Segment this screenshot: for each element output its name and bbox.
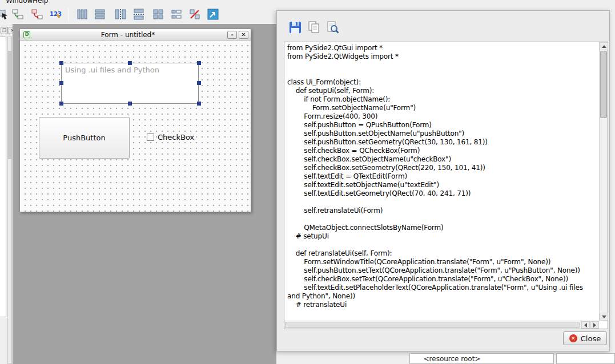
- code-line: Form.setObjectName(u"Form"): [287, 104, 598, 112]
- save-icon[interactable]: [288, 20, 303, 35]
- edit-tab-order-icon[interactable]: 123: [48, 7, 63, 22]
- form-canvas[interactable]: Using .ui files and Python PushButton Ch…: [20, 41, 251, 212]
- resource-root-label: <resource root>: [410, 354, 553, 363]
- form-close-button[interactable]: ✕: [239, 31, 248, 39]
- edit-signals-slots-icon[interactable]: [10, 7, 25, 22]
- code-line: self.textEdit.setObjectName(u"textEdit"): [287, 181, 598, 189]
- break-layout-icon[interactable]: [187, 7, 202, 22]
- adjust-size-icon[interactable]: [206, 7, 220, 22]
- code-line: self.checkBox = QCheckBox(Form): [287, 147, 598, 155]
- code-line: self.pushButton.setObjectName(u"pushButt…: [287, 130, 598, 138]
- widget-box-panel: [0, 37, 6, 317]
- code-line: self.checkBox.setGeometry(QRect(220, 150…: [287, 164, 598, 172]
- find-icon[interactable]: [325, 20, 340, 35]
- widget-box-scrollbar[interactable]: [7, 37, 12, 364]
- code-line: [287, 70, 598, 78]
- code-line: def retranslateUi(self, Form):: [287, 249, 598, 258]
- code-line: self.textEdit.setGeometry(QRect(70, 40, …: [287, 189, 598, 198]
- layout-form-icon[interactable]: [169, 7, 184, 22]
- code-line: Form.setWindowTitle(QCoreApplication.tra…: [287, 258, 598, 266]
- scroll-right-icon[interactable]: [590, 321, 599, 329]
- textedit-widget[interactable]: Using .ui files and Python: [61, 63, 199, 104]
- code-line: # setupUi: [287, 232, 598, 241]
- edit-buddies-icon[interactable]: [30, 7, 45, 22]
- code-content[interactable]: from PySide2.QtGui import *from PySide2.…: [284, 42, 599, 321]
- code-line: [287, 215, 598, 224]
- checkbox-widget[interactable]: CheckBox: [147, 133, 194, 141]
- scrollbar-thumb[interactable]: [8, 51, 11, 159]
- menu-bar: Window Help: [0, 0, 615, 5]
- main-toolbar: 123: [0, 5, 276, 24]
- code-line: self.checkBox.setText(QCoreApplication.t…: [287, 275, 598, 284]
- code-line: self.textEdit.setPlaceholderText(QCoreAp…: [287, 284, 598, 292]
- layout-grid-icon[interactable]: [151, 7, 166, 22]
- close-button[interactable]: ✕ Close: [563, 331, 607, 345]
- resource-preview-panel: [556, 353, 615, 364]
- qt-designer-window: Window Help 123: [0, 0, 615, 364]
- selection-handle[interactable]: [59, 102, 63, 106]
- selection-handle[interactable]: [128, 102, 132, 106]
- copy-icon[interactable]: [307, 20, 321, 35]
- code-line: Form.resize(400, 300): [287, 112, 598, 121]
- code-line: [287, 198, 598, 207]
- scrollbar-thumb[interactable]: [285, 322, 580, 328]
- pushbutton-label: PushButton: [63, 134, 105, 142]
- dock-float-button[interactable]: ❐: [1, 27, 8, 34]
- form-minimize-button[interactable]: -: [227, 31, 237, 39]
- code-line: [287, 241, 598, 249]
- selection-handle[interactable]: [197, 102, 201, 106]
- scroll-left-icon[interactable]: [581, 321, 590, 329]
- code-line: self.retranslateUi(Form): [287, 207, 598, 215]
- code-horizontal-scrollbar[interactable]: [284, 321, 599, 329]
- checkbox-indicator[interactable]: [147, 134, 154, 141]
- form-window-icon: D: [23, 31, 30, 38]
- close-red-icon: ✕: [569, 334, 577, 342]
- form-window-titlebar[interactable]: D Form - untitled* - ✕: [20, 29, 251, 41]
- scrollbar-thumb[interactable]: [600, 51, 607, 118]
- layout-horizontal-icon[interactable]: [75, 7, 90, 22]
- code-line: [287, 61, 598, 70]
- mdi-area: D Form - untitled* - ✕ Using .ui files a…: [13, 24, 276, 364]
- layout-vertical-splitter-icon[interactable]: [131, 7, 146, 22]
- selection-handle[interactable]: [197, 61, 201, 65]
- selection-handle[interactable]: [59, 81, 63, 85]
- menu-help[interactable]: Help: [33, 0, 48, 5]
- selection-handle[interactable]: [59, 61, 63, 65]
- selection-handle[interactable]: [197, 81, 201, 85]
- form-window-title: Form - untitled*: [30, 31, 226, 39]
- code-line: from PySide2.QtGui import *: [287, 44, 598, 52]
- textedit-placeholder: Using .ui files and Python: [65, 66, 159, 74]
- code-line: self.pushButton.setGeometry(QRect(30, 13…: [287, 138, 598, 147]
- code-line: self.pushButton.setText(QCoreApplication…: [287, 266, 598, 275]
- code-line: self.textEdit = QTextEdit(Form): [287, 172, 598, 181]
- code-line: QMetaObject.connectSlotsByName(Form): [287, 224, 598, 232]
- resource-browser-panel[interactable]: <resource root>: [409, 353, 554, 364]
- code-preview-dialog: from PySide2.QtGui import *from PySide2.…: [276, 10, 610, 351]
- edit-widgets-icon[interactable]: [0, 7, 10, 22]
- form-editor-window[interactable]: D Form - untitled* - ✕ Using .ui files a…: [19, 29, 251, 212]
- code-line: # retranslateUi: [287, 301, 598, 309]
- code-line: if not Form.objectName():: [287, 95, 598, 104]
- code-line: class Ui_Form(object):: [287, 78, 598, 87]
- code-line: def setupUi(self, Form):: [287, 87, 598, 95]
- code-view[interactable]: from PySide2.QtGui import *from PySide2.…: [284, 42, 608, 329]
- scroll-down-icon[interactable]: [600, 313, 608, 321]
- code-line: self.checkBox.setObjectName(u"checkBox"): [287, 155, 598, 164]
- code-line: and Python", None)): [287, 292, 598, 301]
- selection-handle[interactable]: [128, 61, 132, 65]
- menu-window[interactable]: Window: [6, 0, 33, 5]
- layout-vertical-icon[interactable]: [93, 7, 107, 22]
- toolbar-separator: [68, 8, 69, 21]
- pushbutton-widget[interactable]: PushButton: [39, 117, 130, 159]
- code-line: self.pushButton = QPushButton(Form): [287, 121, 598, 130]
- close-button-label: Close: [581, 334, 601, 343]
- checkbox-label: CheckBox: [158, 133, 194, 141]
- code-line: from PySide2.QtWidgets import *: [287, 52, 598, 61]
- layout-horizontal-splitter-icon[interactable]: [113, 7, 128, 22]
- scroll-up-icon[interactable]: [600, 42, 608, 50]
- code-vertical-scrollbar[interactable]: [599, 42, 608, 321]
